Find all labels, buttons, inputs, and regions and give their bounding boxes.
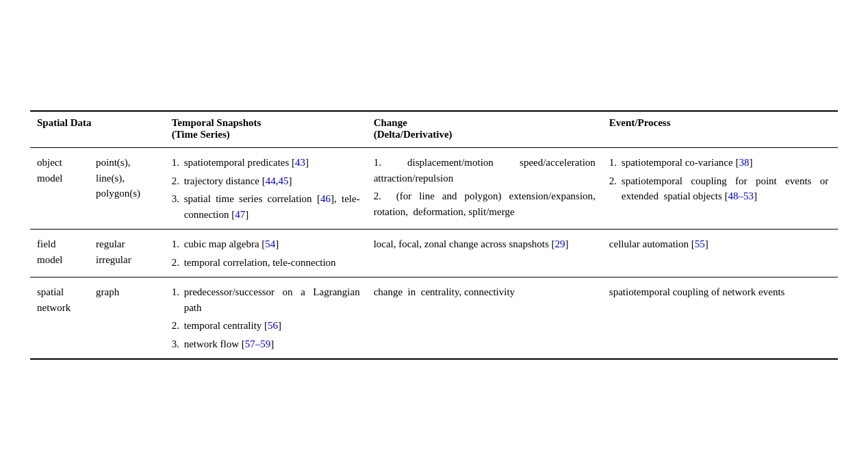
cell-change-network: change in centrality, connectivity <box>367 277 602 360</box>
event-item-1: 1. spatiotemporal co-variance [38] <box>609 155 831 171</box>
ref-43[interactable]: 43 <box>295 157 305 168</box>
header-row: Spatial Data Temporal Snapshots (Time Se… <box>30 111 838 148</box>
temporal-field-2: 2. temporal correlation, tele-connection <box>172 255 360 271</box>
main-table-container: Spatial Data Temporal Snapshots (Time Se… <box>30 110 838 360</box>
change-item-1: 1. displacement/motion speed/acceleratio… <box>374 155 596 186</box>
ref-48-53[interactable]: 48–53 <box>728 190 754 201</box>
cell-event-network: spatiotemporal coupling of network event… <box>602 277 838 360</box>
header-spatial: Spatial Data <box>30 111 165 148</box>
cell-spatial-subtype: graph <box>89 277 165 360</box>
cell-temporal-object: 1. spatiotemporal predicates [43] 2. tra… <box>165 148 367 230</box>
cell-spatial-type: spatialnetwork <box>30 277 89 360</box>
table-row: objectmodel point(s),line(s),polygon(s) … <box>30 148 838 230</box>
header-change: Change (Delta/Derivative) <box>367 111 602 148</box>
cell-spatial-subtype: point(s),line(s),polygon(s) <box>89 148 165 230</box>
ref-56[interactable]: 56 <box>268 320 278 331</box>
temporal-item-2: 2. trajectory distance [44,45] <box>172 173 360 189</box>
ref-38[interactable]: 38 <box>739 157 749 168</box>
table-row: fieldmodel regularirregular 1. cubic map… <box>30 230 838 277</box>
ref-55[interactable]: 55 <box>695 238 705 249</box>
cell-spatial-type: objectmodel <box>30 148 89 230</box>
header-event: Event/Process <box>602 111 838 148</box>
ref-44[interactable]: 44 <box>266 175 276 186</box>
cell-change-object: 1. displacement/motion speed/acceleratio… <box>367 148 602 230</box>
ref-47[interactable]: 47 <box>235 209 245 220</box>
cell-spatial-type: fieldmodel <box>30 230 89 277</box>
ref-57-59[interactable]: 57–59 <box>245 338 271 349</box>
change-item-2: 2. (for line and polygon) extension/expa… <box>374 188 596 219</box>
event-item-2: 2. spatiotemporal coupling for point eve… <box>609 173 831 204</box>
ref-29[interactable]: 29 <box>555 238 565 249</box>
ref-46[interactable]: 46 <box>320 193 331 204</box>
temporal-field-1: 1. cubic map algebra [54] <box>172 236 360 252</box>
cell-temporal-network: 1. predecessor/successor on a Lagrangian… <box>165 277 367 360</box>
temporal-item-1: 1. spatiotemporal predicates [43] <box>172 155 360 171</box>
cell-temporal-field: 1. cubic map algebra [54] 2. temporal co… <box>165 230 367 277</box>
temporal-network-1: 1. predecessor/successor on a Lagrangian… <box>172 284 360 315</box>
table-row: spatialnetwork graph 1. predecessor/succ… <box>30 277 838 360</box>
ref-54[interactable]: 54 <box>265 238 275 249</box>
temporal-network-2: 2. temporal centrality [56] <box>172 318 360 334</box>
data-table: Spatial Data Temporal Snapshots (Time Se… <box>30 110 838 360</box>
cell-change-field: local, focal, zonal change across snapsh… <box>367 230 602 277</box>
temporal-item-3: 3. spatial time series correlation [46],… <box>172 191 360 222</box>
cell-spatial-subtype: regularirregular <box>89 230 165 277</box>
cell-event-object: 1. spatiotemporal co-variance [38] 2. sp… <box>602 148 838 230</box>
temporal-network-3: 3. network flow [57–59] <box>172 336 360 352</box>
cell-event-field: cellular automation [55] <box>602 230 838 277</box>
header-temporal: Temporal Snapshots (Time Series) <box>165 111 367 148</box>
ref-45[interactable]: 45 <box>279 175 289 186</box>
